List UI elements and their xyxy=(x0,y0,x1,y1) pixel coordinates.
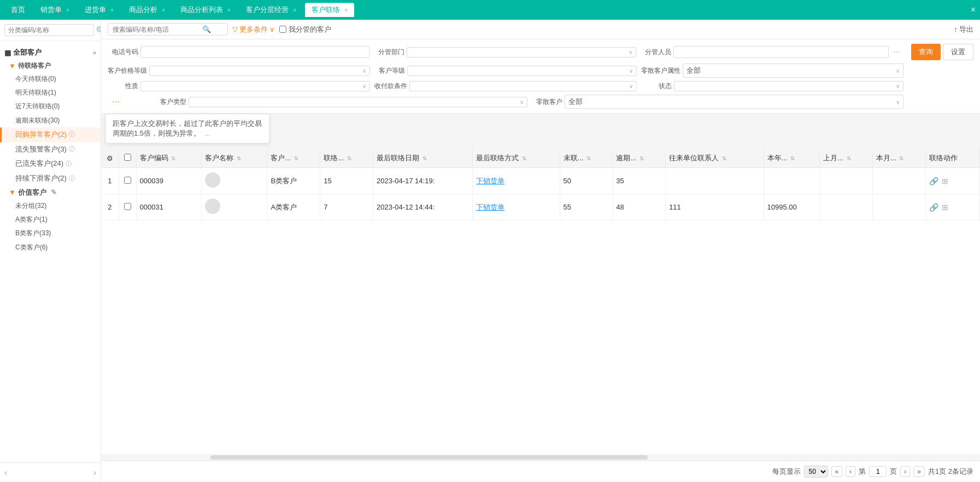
filter-customer-level-select[interactable]: ∨ xyxy=(407,66,637,76)
td-checkbox-2[interactable] xyxy=(119,194,136,220)
more-filter-button[interactable]: ▽ 更多条件 ∨ xyxy=(232,25,275,34)
first-page-button[interactable]: « xyxy=(831,466,843,477)
filter-payment-select[interactable]: ∨ xyxy=(409,81,637,91)
sort-icon[interactable]: ⇅ xyxy=(347,155,351,161)
filter-person-input[interactable] xyxy=(673,46,889,58)
prev-page-button[interactable]: ‹ xyxy=(846,466,855,477)
sort-icon[interactable]: ⇅ xyxy=(586,155,591,161)
left-arrow-icon[interactable]: ‹ xyxy=(4,468,7,478)
filter-nature-select[interactable]: ∨ xyxy=(140,81,370,91)
sidebar-item-ungrouped[interactable]: 未分组(32) xyxy=(0,199,101,213)
th-checkbox[interactable] xyxy=(119,149,136,168)
filter-price-level-select[interactable]: ∨ xyxy=(149,66,370,76)
sidebar-item-lost[interactable]: 已流失客户(24) ⓘ xyxy=(0,156,101,171)
filter-dept-select[interactable]: ∨ xyxy=(407,47,636,57)
nav-tab-purchase[interactable]: 进货单 × xyxy=(78,3,120,17)
tooltip-more-dots[interactable]: ... xyxy=(204,129,210,137)
window-close-button[interactable]: × xyxy=(971,5,976,15)
main-search-icon[interactable]: 🔍 xyxy=(202,25,211,33)
my-customer-checkbox-label[interactable]: 我分管的客户 xyxy=(279,25,331,34)
row-checkbox[interactable] xyxy=(124,203,131,210)
scrollbar-thumb[interactable] xyxy=(210,455,648,460)
th-last-month: 上月... ⇅ xyxy=(820,149,873,168)
link-icon[interactable]: 🔗 xyxy=(929,203,938,212)
close-icon[interactable]: × xyxy=(162,7,165,13)
page-number-input[interactable] xyxy=(869,466,887,477)
th-gear[interactable]: ⚙ xyxy=(101,149,119,168)
sidebar-search-input[interactable] xyxy=(4,24,94,36)
sort-icon[interactable]: ⇅ xyxy=(790,155,795,161)
filter-status-select[interactable]: ∨ xyxy=(674,81,903,91)
sidebar-all-customers[interactable]: ▦ 全部客户 « xyxy=(0,45,101,60)
select-all-checkbox[interactable] xyxy=(124,154,131,161)
main-search-input[interactable] xyxy=(113,26,200,33)
table-wrapper[interactable]: ⚙ 客户编码 ⇅ 客户名称 ⇅ xyxy=(101,149,980,454)
nav-tab-home[interactable]: 首页 xyxy=(4,3,32,17)
row-checkbox[interactable] xyxy=(124,177,131,184)
link-icon[interactable]: 🔗 xyxy=(929,177,938,185)
sidebar-value-customers-group[interactable]: ▼ 价值客户 ✎ xyxy=(0,186,101,199)
sidebar-item-class-b[interactable]: B类客户(33) xyxy=(0,227,101,240)
info-icon[interactable]: ⓘ xyxy=(69,130,75,140)
info-icon[interactable]: ⓘ xyxy=(66,159,72,169)
nav-tab-product-list[interactable]: 商品分析列表 × xyxy=(174,3,237,17)
sort-icon[interactable]: ⇅ xyxy=(639,155,644,161)
sort-icon[interactable]: ⇅ xyxy=(522,155,526,161)
horizontal-scrollbar[interactable] xyxy=(101,454,980,461)
sidebar-item-declining[interactable]: 持续下滑客户(2) ⓘ xyxy=(0,171,101,186)
filter-phone-input[interactable] xyxy=(140,46,369,58)
sort-icon[interactable]: ⇅ xyxy=(237,155,241,161)
sidebar-item-class-c[interactable]: C类客户(6) xyxy=(0,241,101,254)
filter-zero-customer-select[interactable]: 全部 ∨ xyxy=(565,95,903,109)
edit-icon[interactable]: ✎ xyxy=(51,188,57,196)
nav-tab-customer-contact[interactable]: 客户联络 × xyxy=(305,3,354,17)
td-checkbox-1[interactable] xyxy=(119,168,136,194)
export-button[interactable]: ↑ 导出 xyxy=(954,25,974,34)
sidebar-item-overdue[interactable]: 逾期未联络(30) xyxy=(0,114,101,127)
info-icon[interactable]: ⓘ xyxy=(69,144,75,154)
last-method-link[interactable]: 下销货单 xyxy=(476,177,504,185)
sort-icon[interactable]: ⇅ xyxy=(171,155,175,161)
nav-tab-customer-tier[interactable]: 客户分层经营 × xyxy=(239,3,303,17)
sidebar-item-tomorrow[interactable]: 明天待联络(1) xyxy=(0,86,101,100)
nav-tab-sales[interactable]: 销货单 × xyxy=(34,3,76,17)
grid-icon[interactable]: ⊞ xyxy=(942,177,948,185)
sidebar-group-pending[interactable]: ▼ 待联络客户 xyxy=(0,60,101,72)
gear-icon[interactable]: ⚙ xyxy=(107,154,113,162)
sidebar-item-7days[interactable]: 近7天待联络(0) xyxy=(0,100,101,113)
filter-more-dots[interactable]: ··· xyxy=(110,97,121,106)
info-icon[interactable]: ⓘ xyxy=(69,174,75,184)
arrow-icon: ▼ xyxy=(9,62,16,70)
close-icon[interactable]: × xyxy=(66,7,69,13)
close-icon[interactable]: × xyxy=(110,7,114,13)
main-search-box[interactable]: 🔍 xyxy=(108,23,228,36)
close-icon[interactable]: × xyxy=(293,7,296,13)
my-customer-checkbox[interactable] xyxy=(279,26,286,33)
close-icon[interactable]: × xyxy=(227,7,231,13)
filter-zero-attr-select[interactable]: 全部 ∨ xyxy=(683,63,903,78)
last-method-link[interactable]: 下销货单 xyxy=(476,203,504,211)
nav-tab-product-analysis[interactable]: 商品分析 × xyxy=(122,3,172,17)
sidebar-search-icon[interactable]: 🔍 xyxy=(96,26,101,34)
sidebar-item-repurchase-abnormal[interactable]: 回购异常客户(2) ⓘ xyxy=(0,127,101,142)
td-contact-count-2: 7 xyxy=(320,194,373,220)
sidebar-item-loss-warning[interactable]: 流失预警客户(3) ⓘ xyxy=(0,142,101,157)
sidebar-item-class-a[interactable]: A类客户(1) xyxy=(0,213,101,227)
last-page-button[interactable]: » xyxy=(913,466,925,477)
setting-button[interactable]: 设置 xyxy=(943,44,973,60)
grid-icon[interactable]: ⊞ xyxy=(942,203,948,212)
close-icon[interactable]: × xyxy=(344,7,348,13)
right-arrow-icon[interactable]: › xyxy=(93,468,96,478)
query-button[interactable]: 查询 xyxy=(911,44,941,60)
filter-customer-type-select[interactable]: ∨ xyxy=(189,97,527,107)
sort-icon[interactable]: ⇅ xyxy=(847,155,851,161)
sidebar-item-today[interactable]: 今天待联络(0) xyxy=(0,72,101,86)
sort-icon[interactable]: ⇅ xyxy=(294,155,298,161)
next-page-button[interactable]: › xyxy=(900,466,910,477)
per-page-select[interactable]: 50 xyxy=(804,466,828,478)
sidebar-collapse-btn[interactable]: « xyxy=(93,49,96,56)
sort-icon[interactable]: ⇅ xyxy=(722,155,726,161)
sort-icon[interactable]: ⇅ xyxy=(422,155,427,161)
sort-icon[interactable]: ⇅ xyxy=(899,155,903,161)
filter-person-dots[interactable]: ··· xyxy=(891,48,902,56)
